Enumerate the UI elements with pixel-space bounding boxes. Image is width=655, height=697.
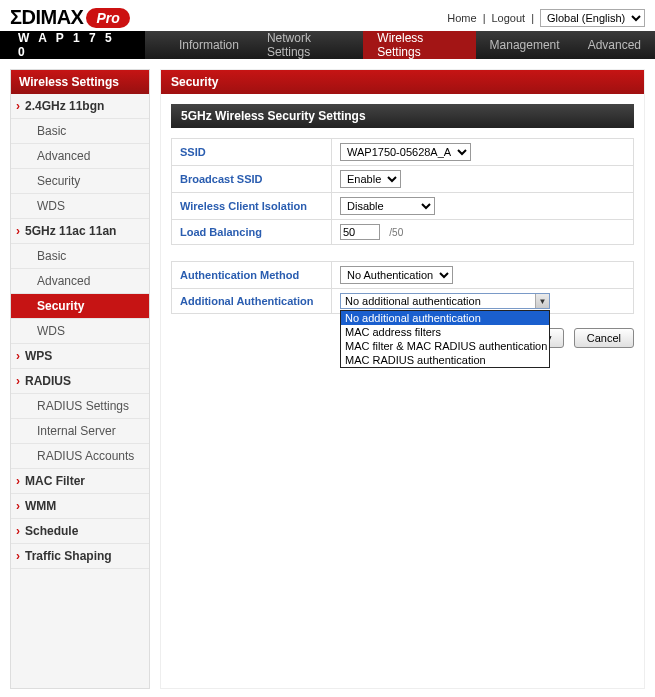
addl-auth-option[interactable]: No additional authentication: [341, 311, 549, 325]
ssid-label: SSID: [172, 139, 332, 166]
sidebar-item-radius-settings[interactable]: RADIUS Settings: [11, 394, 149, 419]
logo-pro-badge: Pro: [86, 8, 129, 28]
main-panel: Security 5GHz Wireless Security Settings…: [160, 69, 645, 689]
sidebar-item-security[interactable]: Security: [11, 294, 149, 319]
sidebar-cat-wmm[interactable]: WMM: [11, 494, 149, 519]
broadcast-ssid-select[interactable]: Enable: [340, 170, 401, 188]
sidebar-item-basic[interactable]: Basic: [11, 244, 149, 269]
sidebar-cat-traffic-shaping[interactable]: Traffic Shaping: [11, 544, 149, 569]
settings-table-1: SSID WAP1750-05628A_A Broadcast SSID Ena…: [171, 138, 634, 245]
load-balancing-input[interactable]: [340, 224, 380, 240]
isolation-select[interactable]: Disable: [340, 197, 435, 215]
logo-brand: ΣDIMAX: [10, 6, 83, 29]
home-link[interactable]: Home: [447, 12, 476, 24]
sidebar-item-advanced[interactable]: Advanced: [11, 144, 149, 169]
language-select[interactable]: Global (English): [540, 9, 645, 27]
addl-auth-select[interactable]: No additional authentication ▼ No additi…: [340, 293, 550, 309]
addl-auth-label: Additional Authentication: [172, 289, 332, 314]
addl-auth-dropdown-list: No additional authenticationMAC address …: [340, 310, 550, 368]
sidebar-item-wds[interactable]: WDS: [11, 319, 149, 344]
addl-auth-value: No additional authentication: [345, 295, 481, 307]
sidebar-item-radius-accounts[interactable]: RADIUS Accounts: [11, 444, 149, 469]
sidebar-cat-5ghz-11ac-11an[interactable]: 5GHz 11ac 11an: [11, 219, 149, 244]
sidebar-cat-radius[interactable]: RADIUS: [11, 369, 149, 394]
main-nav: W A P 1 7 5 0 InformationNetwork Setting…: [0, 31, 655, 59]
auth-method-select[interactable]: No Authentication: [340, 266, 453, 284]
sidebar: Wireless Settings 2.4GHz 11bgnBasicAdvan…: [10, 69, 150, 689]
sidebar-item-wds[interactable]: WDS: [11, 194, 149, 219]
auth-method-label: Authentication Method: [172, 262, 332, 289]
sidebar-item-advanced[interactable]: Advanced: [11, 269, 149, 294]
model-label: W A P 1 7 5 0: [0, 31, 145, 59]
sidebar-item-security[interactable]: Security: [11, 169, 149, 194]
nav-tab-advanced[interactable]: Advanced: [574, 31, 655, 59]
logo: ΣDIMAX Pro: [10, 6, 130, 29]
nav-tab-wireless-settings[interactable]: Wireless Settings: [363, 31, 475, 59]
nav-tab-network-settings[interactable]: Network Settings: [253, 31, 363, 59]
chevron-down-icon: ▼: [535, 294, 549, 308]
load-balancing-suffix: /50: [389, 227, 403, 238]
nav-tab-management[interactable]: Management: [476, 31, 574, 59]
sidebar-cat-schedule[interactable]: Schedule: [11, 519, 149, 544]
sidebar-cat-wps[interactable]: WPS: [11, 344, 149, 369]
sidebar-title: Wireless Settings: [11, 70, 149, 94]
cancel-button[interactable]: Cancel: [574, 328, 634, 348]
isolation-label: Wireless Client Isolation: [172, 193, 332, 220]
nav-tab-information[interactable]: Information: [165, 31, 253, 59]
sidebar-cat-2-4ghz-11bgn[interactable]: 2.4GHz 11bgn: [11, 94, 149, 119]
logout-link[interactable]: Logout: [491, 12, 525, 24]
top-bar: ΣDIMAX Pro Home | Logout | Global (Engli…: [0, 0, 655, 31]
sidebar-item-internal-server[interactable]: Internal Server: [11, 419, 149, 444]
page-title: Security: [161, 70, 644, 94]
top-links: Home | Logout | Global (English): [447, 9, 645, 27]
sidebar-cat-mac-filter[interactable]: MAC Filter: [11, 469, 149, 494]
addl-auth-option[interactable]: MAC filter & MAC RADIUS authentication: [341, 339, 549, 353]
ssid-select[interactable]: WAP1750-05628A_A: [340, 143, 471, 161]
settings-table-2: Authentication Method No Authentication …: [171, 261, 634, 314]
sidebar-item-basic[interactable]: Basic: [11, 119, 149, 144]
section-title: 5GHz Wireless Security Settings: [171, 104, 634, 128]
load-balancing-label: Load Balancing: [172, 220, 332, 245]
addl-auth-option[interactable]: MAC address filters: [341, 325, 549, 339]
broadcast-ssid-label: Broadcast SSID: [172, 166, 332, 193]
addl-auth-option[interactable]: MAC RADIUS authentication: [341, 353, 549, 367]
